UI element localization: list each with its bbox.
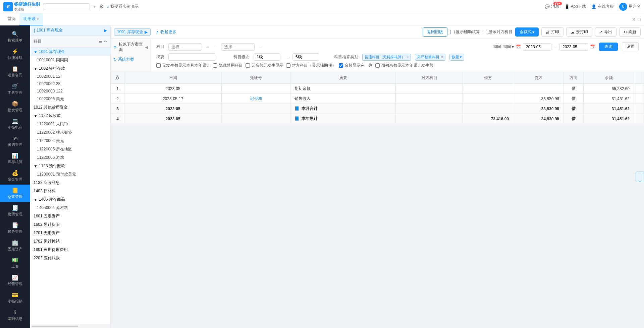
subject-to-input[interactable] bbox=[221, 43, 255, 51]
subject-type-tag[interactable]: 普通科目（无特殊核算） × bbox=[362, 54, 411, 61]
sidebar-item-system[interactable]: ⚙ 系统管理 bbox=[0, 324, 30, 328]
date-to-calendar[interactable]: 📅 bbox=[590, 45, 595, 49]
tree-item-11220006[interactable]: 11220006 游戏 bbox=[30, 153, 110, 162]
show-assist-checkbox[interactable]: 显示辅助核算 bbox=[450, 29, 480, 35]
window-close[interactable]: ✕ bbox=[632, 17, 636, 22]
level-to-select[interactable]: 6级4级5级 bbox=[292, 53, 319, 61]
print-btn[interactable]: 🖨 打印 bbox=[541, 27, 564, 37]
sidebar-item-retail[interactable]: 🛒 零售管理 bbox=[0, 80, 30, 98]
th-settings[interactable]: ⚙ bbox=[111, 72, 124, 84]
table-settings-icon[interactable]: ⚙ bbox=[116, 76, 119, 80]
tree-item-10020003[interactable]: 10020003 122 bbox=[30, 87, 110, 95]
sidebar-item-funds[interactable]: 💰 资金管理 bbox=[0, 167, 30, 185]
collapse-more-btn[interactable]: ∧ 收起更多 bbox=[153, 28, 179, 36]
tree-item-14050001[interactable]: 14050001 原材料 bbox=[30, 204, 110, 212]
app-download-area[interactable]: 📱 App下载 bbox=[565, 4, 586, 9]
account-tag[interactable]: 1001 库存现金 ▶ bbox=[114, 28, 151, 36]
tree-item-1801[interactable]: 1801 长期待摊费用 bbox=[30, 246, 110, 254]
sidebar-item-search[interactable]: 🔍 搜索菜单 bbox=[0, 28, 30, 46]
refresh-btn[interactable]: ↻ 刷新 bbox=[619, 27, 641, 37]
top-search-input[interactable] bbox=[43, 3, 90, 10]
tree-item-2202[interactable]: 2202 应付账款 bbox=[30, 254, 110, 262]
date-to-input[interactable] bbox=[559, 43, 588, 51]
tree-item-1701[interactable]: 1701 无形资产 bbox=[30, 229, 110, 237]
tree-item-1403[interactable]: 1403 原材料 bbox=[30, 187, 110, 195]
amount-style-btn[interactable]: 金额式 ▾ bbox=[515, 27, 539, 37]
tree-item-11220001[interactable]: 11220001 人民币 bbox=[30, 120, 110, 128]
show-contra-checkbox[interactable]: 显示对方科目 bbox=[483, 29, 513, 35]
summary-input[interactable] bbox=[168, 53, 215, 61]
export-btn[interactable]: ↗ 导出 bbox=[595, 27, 616, 37]
subject-more-dots2[interactable]: ··· bbox=[259, 45, 262, 49]
tree-item-11220005[interactable]: 11220005 所在地区 bbox=[30, 145, 110, 153]
level-from-select[interactable]: 1级2级3级 bbox=[254, 53, 280, 61]
sidebar-item-salary[interactable]: 💵 工资 bbox=[0, 254, 30, 272]
tab-home[interactable]: 首页 bbox=[3, 13, 19, 25]
tree-item-10010001[interactable]: 10010001 同同同 bbox=[30, 56, 110, 64]
tree-item-1132[interactable]: 1132 应收利息 bbox=[30, 179, 110, 187]
quantity-tag[interactable]: 数量 ▾ bbox=[449, 54, 464, 61]
sidebar-item-operations[interactable]: 📈 经营管理 bbox=[0, 272, 30, 289]
sidebar-item-inventory[interactable]: 📊 库存核算 bbox=[0, 150, 30, 167]
sidebar-item-wholesale[interactable]: 📦 批发管理 bbox=[0, 98, 30, 115]
sidebar-item-project[interactable]: 📋 项目合同 bbox=[0, 63, 30, 80]
cb-contra-subject[interactable]: 对方科目（显示辅助项） bbox=[286, 63, 336, 68]
sidebar-item-tax[interactable]: 📑 税务管理 bbox=[0, 219, 30, 237]
tree-edit-icon[interactable]: ✏ bbox=[104, 39, 107, 44]
cb-no-balance[interactable]: 无余额无发生显示 bbox=[246, 63, 283, 68]
tree-item-1012[interactable]: 1012 其他货币资金 bbox=[30, 103, 110, 112]
tree-item-10020002[interactable]: 10020002 23 bbox=[30, 80, 110, 87]
sidebar-item-basic[interactable]: ℹ 基础信息 bbox=[0, 307, 30, 324]
sidebar-item-fixedassets[interactable]: 🏢 固定资产 bbox=[0, 237, 30, 254]
subject-type-tag-close[interactable]: × bbox=[407, 55, 409, 59]
sidebar-item-invoice[interactable]: 🧾 发票管理 bbox=[0, 202, 30, 219]
tree-nav-header[interactable]: ⟨ 1001 库存现金 ▶ bbox=[30, 25, 110, 36]
cb-balance-one-col[interactable]: 余额显示在一列 bbox=[339, 63, 373, 68]
tree-list-icon[interactable]: ☰ bbox=[99, 39, 102, 44]
cb-opening-balance[interactable]: 期初余额显示本年累计发生额 bbox=[375, 63, 433, 68]
sidebar-item-ecommerce[interactable]: 💻 小畅电商 bbox=[0, 115, 30, 133]
tree-item-1702[interactable]: 1702 累计摊销 bbox=[30, 237, 110, 246]
sidebar-item-quicknav[interactable]: ⚡ 快捷导航 bbox=[0, 46, 30, 63]
row-voucher-2[interactable]: 记-006 bbox=[222, 94, 290, 104]
tree-item-11230001[interactable]: 11230001 预付款美元 bbox=[30, 170, 110, 179]
window-maximize[interactable]: □ bbox=[638, 17, 641, 22]
tree-item-11220004[interactable]: 11220004 美元 bbox=[30, 137, 110, 145]
scheme-system-item[interactable]: ↻ 系统方案 bbox=[113, 56, 148, 63]
tree-item-1001[interactable]: ▼ 1001 库存现金 bbox=[30, 48, 110, 56]
sidebar-item-ledger[interactable]: 📒 总账管理 bbox=[0, 185, 30, 202]
subject-input[interactable] bbox=[168, 43, 202, 51]
right-collapse-btn[interactable]: 〉 bbox=[636, 172, 644, 182]
tree-item-1123[interactable]: ▼ 1123 预付账款 bbox=[30, 162, 110, 170]
tree-item-1602[interactable]: 1602 累计折旧 bbox=[30, 220, 110, 229]
scheme-settings-icon[interactable]: ⚙ bbox=[113, 45, 117, 50]
tree-item-1405[interactable]: ▼ 1405 库存商品 bbox=[30, 195, 110, 204]
cb-no-amount[interactable]: 无发生额显示本月本年累计 bbox=[156, 63, 210, 68]
foreign-currency-tag[interactable]: 外币核算科目 × bbox=[415, 54, 445, 61]
date-from-input[interactable] bbox=[523, 43, 551, 51]
tree-item-1122[interactable]: ▼ 1122 应收款 bbox=[30, 112, 110, 120]
sidebar-item-expense[interactable]: 💳 小畅报销 bbox=[0, 289, 30, 307]
tree-item-10020001[interactable]: 10020001 12 bbox=[30, 73, 110, 80]
settings-icon[interactable]: ⚙ bbox=[99, 3, 104, 10]
sidebar-item-purchase[interactable]: 🛍 采购管理 bbox=[0, 133, 30, 150]
tree-item-10020006[interactable]: 10020006 美元 bbox=[30, 95, 110, 103]
return-old-btn[interactable]: 返回旧版 bbox=[423, 27, 447, 37]
scheme-collapse[interactable]: ◀ bbox=[145, 45, 148, 50]
period-type-dropdown[interactable]: 期间 ▾ bbox=[503, 44, 514, 50]
settings-btn[interactable]: 设置 bbox=[622, 42, 639, 51]
period-calendar-icon[interactable]: 📅 bbox=[516, 45, 521, 49]
tree-item-1002[interactable]: ▼ 1002 银行存款 bbox=[30, 64, 110, 73]
tree-item-1601[interactable]: 1601 固定资产 bbox=[30, 212, 110, 220]
query-btn[interactable]: 查询 bbox=[599, 43, 618, 51]
voucher-link-2[interactable]: 记-006 bbox=[250, 96, 262, 101]
tab-close-ledger[interactable]: × bbox=[37, 17, 39, 21]
tree-item-11220002[interactable]: 11220002 往来标签 bbox=[30, 128, 110, 137]
tab-ledger[interactable]: 明细账 × bbox=[19, 13, 43, 25]
cloud-print-btn[interactable]: ☁ 云打印 bbox=[566, 27, 592, 37]
user-area[interactable]: U 用户名 bbox=[619, 3, 641, 11]
subject-more-dots[interactable]: ··· bbox=[206, 45, 209, 49]
demo-link[interactable]: ○ 我要看实例演示 bbox=[107, 4, 139, 9]
online-service-area[interactable]: 👤 在线客服 bbox=[591, 4, 614, 9]
tree-scrollbar-thumb[interactable] bbox=[32, 326, 78, 327]
